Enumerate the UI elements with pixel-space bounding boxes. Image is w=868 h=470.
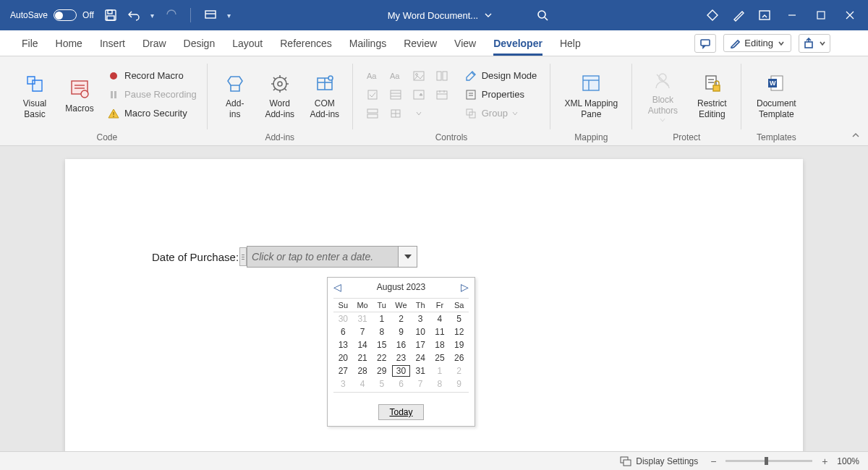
collapse-ribbon-icon[interactable] [851, 130, 861, 142]
document-title[interactable]: My Word Document... [388, 10, 493, 21]
calendar-day[interactable]: 2 [449, 364, 469, 377]
xml-mapping-pane-button[interactable]: XML Mapping Pane [558, 69, 624, 119]
calendar-day[interactable]: 28 [353, 364, 373, 377]
combo-box-control-icon[interactable] [386, 87, 405, 103]
calendar-day[interactable]: 22 [372, 351, 391, 364]
calendar-day[interactable]: 24 [411, 351, 430, 364]
calendar-day[interactable]: 31 [353, 312, 373, 325]
com-addins-button[interactable]: COM Add-ins [305, 69, 345, 119]
maximize-button[interactable] [813, 7, 829, 23]
picture-control-icon[interactable] [409, 68, 428, 84]
legacy-tools-dropdown[interactable] [409, 106, 428, 121]
calendar-day[interactable]: 6 [333, 325, 353, 338]
design-mode-button[interactable]: Design Mode [461, 68, 540, 84]
calendar-day[interactable]: 27 [333, 364, 353, 377]
calendar-next-button[interactable]: ▷ [461, 281, 469, 293]
redo-icon[interactable] [164, 9, 177, 22]
rich-text-control-icon[interactable]: Aa [363, 68, 382, 84]
calendar-day[interactable]: 15 [372, 338, 391, 351]
calendar-day[interactable]: 30 [391, 364, 411, 377]
calendar-day[interactable]: 7 [353, 325, 373, 338]
tab-insert[interactable]: Insert [91, 30, 134, 56]
share-button[interactable] [799, 34, 830, 53]
tab-review[interactable]: Review [395, 30, 446, 56]
calendar-day[interactable]: 9 [391, 325, 411, 338]
zoom-out-button[interactable]: − [708, 456, 718, 467]
calendar-day[interactable]: 2 [391, 312, 411, 325]
tab-help[interactable]: Help [551, 30, 590, 56]
editing-mode-button[interactable]: Editing [723, 34, 791, 52]
properties-button[interactable]: Properties [461, 87, 540, 103]
macro-security-button[interactable]: Macro Security [104, 106, 200, 121]
account-icon[interactable] [842, 37, 855, 50]
calendar-day[interactable]: 23 [391, 351, 411, 364]
calendar-day[interactable]: 6 [391, 377, 411, 390]
tab-home[interactable]: Home [47, 30, 91, 56]
calendar-today-button[interactable]: Today [378, 404, 423, 420]
calendar-day[interactable]: 4 [430, 312, 450, 325]
autosave-toggle-group[interactable]: AutoSave Off [10, 9, 94, 21]
undo-dropdown[interactable]: ▾ [150, 12, 154, 20]
calendar-day[interactable]: 11 [430, 325, 450, 338]
zoom-in-button[interactable]: + [820, 456, 830, 467]
calendar-prev-button[interactable]: ◁ [333, 281, 341, 293]
tab-draw[interactable]: Draw [134, 30, 175, 56]
ribbon-display-icon[interactable] [758, 9, 771, 22]
repeating-section-control-icon[interactable] [363, 106, 382, 121]
calendar-day[interactable]: 12 [449, 325, 469, 338]
tab-mailings[interactable]: Mailings [341, 30, 395, 56]
legacy-tools-icon[interactable] [386, 106, 405, 121]
addins-button[interactable]: Add- ins [215, 69, 255, 119]
calendar-day[interactable]: 25 [430, 351, 450, 364]
calendar-day[interactable]: 19 [449, 338, 469, 351]
customize-qat-icon[interactable] [204, 9, 217, 22]
calendar-day[interactable]: 26 [449, 351, 469, 364]
display-settings-button[interactable]: Display Settings [620, 456, 698, 466]
date-picker-control-icon[interactable] [433, 87, 451, 103]
comments-button[interactable] [694, 34, 716, 53]
calendar-day[interactable]: 3 [333, 377, 353, 390]
calendar-day[interactable]: 4 [353, 377, 373, 390]
restrict-editing-button[interactable]: Restrict Editing [690, 69, 733, 119]
tab-developer[interactable]: Developer [485, 30, 551, 56]
building-block-control-icon[interactable] [433, 68, 451, 84]
date-picker-dropdown-button[interactable] [399, 246, 417, 268]
search-icon[interactable] [536, 9, 549, 22]
calendar-day[interactable]: 9 [449, 377, 469, 390]
dropdown-control-icon[interactable] [409, 87, 428, 103]
tab-references[interactable]: References [271, 30, 341, 56]
calendar-day[interactable]: 17 [411, 338, 430, 351]
calendar-day[interactable]: 16 [391, 338, 411, 351]
calendar-day[interactable]: 29 [372, 364, 391, 377]
save-icon[interactable] [104, 9, 117, 22]
calendar-day[interactable]: 7 [411, 377, 430, 390]
calendar-day[interactable]: 14 [353, 338, 373, 351]
date-picker-input[interactable]: Click or tap to enter a date. [247, 246, 399, 268]
undo-icon[interactable] [127, 9, 140, 22]
close-button[interactable] [842, 7, 858, 23]
calendar-day[interactable]: 3 [411, 312, 430, 325]
word-addins-button[interactable]: Word Add-ins [260, 69, 300, 119]
zoom-level[interactable]: 100% [837, 456, 859, 466]
calendar-day[interactable]: 8 [372, 325, 391, 338]
tab-layout[interactable]: Layout [224, 30, 271, 56]
diamond-icon[interactable] [706, 9, 719, 22]
tab-file[interactable]: File [13, 30, 47, 56]
zoom-slider[interactable] [726, 460, 812, 462]
calendar-day[interactable]: 1 [372, 312, 391, 325]
content-control-handle[interactable] [239, 247, 247, 266]
tab-view[interactable]: View [446, 30, 485, 56]
calendar-day[interactable]: 31 [411, 364, 430, 377]
document-page[interactable]: Date of Purchase: Click or tap to enter … [65, 159, 803, 451]
autosave-toggle[interactable] [54, 9, 77, 21]
calendar-day[interactable]: 10 [411, 325, 430, 338]
calendar-day[interactable]: 13 [333, 338, 353, 351]
visual-basic-button[interactable]: Visual Basic [14, 69, 55, 119]
record-macro-button[interactable]: Record Macro [104, 68, 200, 84]
calendar-day[interactable]: 5 [372, 377, 391, 390]
plain-text-control-icon[interactable]: Aa [386, 68, 405, 84]
calendar-day[interactable]: 5 [449, 312, 469, 325]
calendar-day[interactable]: 30 [333, 312, 353, 325]
calendar-day[interactable]: 21 [353, 351, 373, 364]
macros-button[interactable]: Macros [59, 74, 100, 114]
